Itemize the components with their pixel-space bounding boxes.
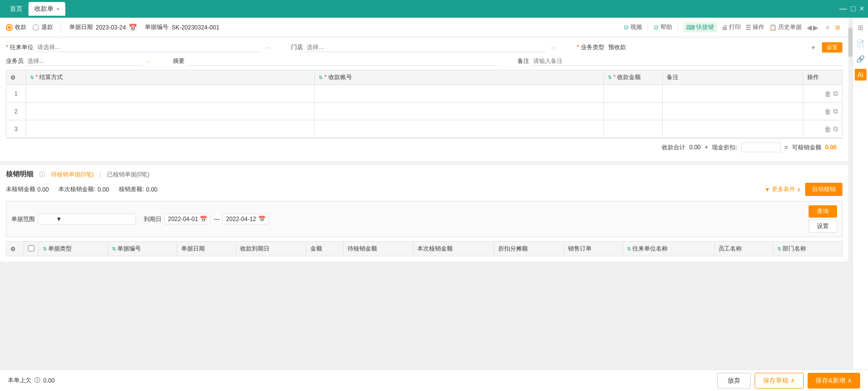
receipt-table: ⚙ ⇅ 结算方式 ⇅ 收款账号 ⇅ 收款金额 备注	[6, 70, 842, 138]
remark-cell-2[interactable]	[662, 103, 803, 120]
query-btn[interactable]: 查询	[809, 205, 837, 218]
salesperson-label: 业务员	[6, 57, 24, 65]
account-cell-3[interactable]	[315, 120, 603, 138]
date-from-input[interactable]: 2022-04-01 📅	[164, 214, 211, 224]
remark-input[interactable]	[531, 56, 842, 66]
history-btn[interactable]: 📋 历史单据	[769, 23, 802, 31]
shortcut-btn[interactable]: ⌨ 快捷键	[683, 22, 717, 32]
nav-prev-icon[interactable]: ◀	[807, 24, 812, 31]
table-row: 1 🗑 ⧉	[6, 85, 842, 103]
this-order-label: 本单上欠	[8, 376, 31, 385]
range-select[interactable]: ▼	[38, 214, 136, 224]
draft-btn[interactable]: 保存草稿 ∧	[755, 373, 804, 389]
footer-info-icon[interactable]: ⓘ	[34, 376, 40, 385]
pending-tab-link[interactable]: 待核销单据(0笔)	[51, 170, 94, 179]
scrollbar-thumb[interactable]	[848, 28, 852, 57]
counterparty-field: 往来单位 ···	[6, 43, 271, 52]
summary-field: 摘要	[173, 56, 498, 66]
discard-btn[interactable]: 放弃	[717, 373, 751, 389]
save-new-btn[interactable]: 保存&新增 ∧	[808, 373, 860, 389]
btcol-settings[interactable]: ⚙	[6, 242, 24, 256]
biz-type-arrow-icon[interactable]: ▼	[811, 45, 816, 51]
account-cell-1[interactable]	[315, 85, 603, 103]
sidebar-link-icon[interactable]: 🔗	[855, 53, 867, 65]
settings-btn[interactable]: 设置	[822, 42, 842, 53]
remark-cell-1[interactable]	[662, 85, 803, 103]
calendar-icon[interactable]: 📅	[129, 24, 137, 31]
auto-reconcile-btn[interactable]: 自动核销	[805, 183, 842, 196]
settle-cell-3[interactable]	[26, 120, 315, 138]
reconcile-header: 核销明细 ⓘ 待核销单据(0笔) | 已核销单据(0笔)	[6, 170, 842, 179]
scrollbar[interactable]	[848, 18, 852, 369]
store-label: 门店	[291, 43, 303, 52]
grid-view-btn[interactable]: ⊞	[833, 23, 842, 32]
amount-cell-1[interactable]	[603, 85, 662, 103]
radio-shoukuan[interactable]: 收款	[6, 23, 27, 31]
tab-receipt-label: 收款单	[34, 4, 54, 13]
bottom-table: ⚙ ⇅ 单据类型 ⇅ 单据编号 单据日期	[6, 241, 842, 256]
store-input[interactable]	[305, 43, 546, 52]
counterparty-input[interactable]	[35, 43, 261, 52]
window-close-icon[interactable]: ×	[860, 4, 864, 13]
list-view-btn[interactable]: ≡	[823, 23, 832, 32]
account-cell-2[interactable]	[315, 103, 603, 120]
date-to-input[interactable]: 2022-04-12 📅	[222, 214, 269, 224]
delete-icon-2[interactable]: 🗑	[824, 108, 831, 115]
discount-input[interactable]	[741, 142, 781, 152]
btcol-sales-order: 销售订单	[564, 242, 623, 256]
store-more-icon[interactable]: ···	[548, 44, 557, 51]
amount-cell-3[interactable]	[603, 120, 662, 138]
operate-btn[interactable]: ☰ 操作	[746, 23, 764, 31]
done-tab-link[interactable]: 已核销单据(0笔)	[107, 170, 150, 179]
salesperson-input[interactable]	[26, 56, 142, 66]
settle-cell-2[interactable]	[26, 103, 315, 120]
window-max-icon[interactable]: □	[851, 4, 856, 13]
toolbar-divider-1	[61, 23, 61, 32]
amount-cell-2[interactable]	[603, 103, 662, 120]
remark-cell-3[interactable]	[662, 120, 803, 138]
calendar-from-icon: 📅	[200, 216, 207, 223]
copy-icon-3[interactable]: ⧉	[833, 125, 838, 133]
tab-receipt[interactable]: 收款单 ×	[28, 2, 65, 16]
available-val: 0.00	[825, 144, 837, 151]
copy-icon-2[interactable]: ⧉	[833, 107, 838, 115]
sort-icon-amount: ⇅	[608, 75, 612, 80]
more-conditions-btn[interactable]: ▼ 更多条件 ∧	[764, 185, 801, 194]
print-btn[interactable]: 🖨 打印	[722, 23, 741, 31]
counterparty-label: 往来单位	[6, 43, 33, 52]
window-min-icon[interactable]: —	[839, 4, 847, 13]
collapse-icon: ∧	[797, 186, 801, 193]
form-row-2: 业务员 ··· 摘要 备注	[6, 56, 842, 66]
counterparty-more-icon[interactable]: ···	[263, 44, 271, 51]
select-all-checkbox[interactable]	[28, 245, 34, 251]
btcol-type: ⇅ 单据类型	[39, 242, 108, 256]
nav-next-icon[interactable]: ▶	[813, 24, 818, 31]
unverified-stat: 未核销金额 0.00	[6, 185, 49, 194]
draft-chevron-icon: ∧	[790, 377, 795, 384]
table-settings-col[interactable]: ⚙	[6, 70, 26, 85]
help-btn[interactable]: ⊙ 帮助	[653, 23, 672, 31]
op-cell-3: 🗑 ⧉	[803, 120, 842, 138]
sidebar-ai-icon[interactable]: Ai	[855, 69, 867, 81]
salesperson-more-icon[interactable]: ···	[144, 58, 153, 65]
row-num-3: 3	[6, 120, 26, 138]
search-settings-btn[interactable]: 设置	[809, 220, 837, 233]
tab-home[interactable]: 首页	[4, 2, 28, 16]
tab-close-icon[interactable]: ×	[56, 6, 59, 12]
delete-icon-3[interactable]: 🗑	[824, 125, 831, 133]
summary-input[interactable]	[187, 56, 498, 66]
settle-cell-1[interactable]	[26, 85, 315, 103]
radio-tuikuan-circle	[32, 24, 39, 31]
sidebar-table-icon[interactable]: ⊞	[855, 22, 867, 33]
diff-val: 0.00	[146, 186, 157, 193]
btcol-checkbox[interactable]	[24, 242, 39, 256]
reconcile-info-icon[interactable]: ⓘ	[39, 170, 45, 179]
radio-tuikuan[interactable]: 退款	[32, 23, 53, 31]
sidebar-doc-icon[interactable]: 📄	[855, 37, 867, 49]
btcol-amount: 金额	[306, 242, 343, 256]
copy-icon-1[interactable]: ⧉	[833, 89, 838, 98]
video-btn[interactable]: ⊙ 视频	[624, 23, 642, 31]
delete-icon-1[interactable]: 🗑	[824, 90, 831, 98]
this-time-stat: 本次核销金额: 0.00	[58, 185, 109, 194]
biz-type-value: 预收款	[608, 43, 626, 52]
